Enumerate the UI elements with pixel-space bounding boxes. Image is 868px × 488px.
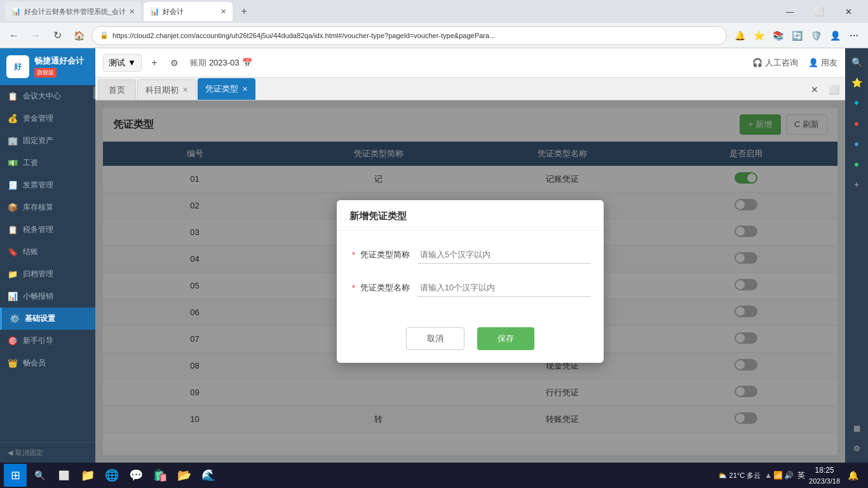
win-close[interactable]: ✕ <box>834 2 863 21</box>
right-btn-5[interactable]: ● <box>848 135 865 152</box>
tab-subject[interactable]: 科目期初 ✕ <box>137 79 196 100</box>
tab2-favicon: 📊 <box>150 7 159 16</box>
sidebar-item-invoice[interactable]: 🧾 发票管理 <box>0 174 95 196</box>
taskbar-wechat[interactable]: 💬 <box>125 464 147 487</box>
taskbar-right: ⛅ 21°C 多云 ▲ 📶 🔊 英 18:25 2023/3/18 🔔 <box>718 464 864 487</box>
archive-label: 归档管理 <box>23 269 53 280</box>
name-label: ＊ 凭证类型名称 <box>349 282 410 294</box>
abbr-input[interactable] <box>417 246 591 264</box>
taskbar-edge[interactable]: 🌊 <box>197 464 220 487</box>
tab-close-btn[interactable]: ✕ <box>806 81 824 98</box>
right-btn-2[interactable]: ⭐ <box>848 74 865 92</box>
nav-refresh[interactable]: ↻ <box>48 27 66 44</box>
funds-label: 资金管理 <box>23 113 53 124</box>
taskbar-explorer[interactable]: 📁 <box>76 464 99 487</box>
settlement-icon: 🔖 <box>8 247 18 257</box>
sidebar-item-assets[interactable]: 🏢 固定资产 <box>0 130 95 152</box>
right-bottom-btn-2[interactable]: ⚙ <box>848 440 865 458</box>
tab1-title: 好会计云财务软件管理系统_会计 <box>24 7 126 17</box>
report-icon: 📊 <box>8 292 18 301</box>
right-btn-6[interactable]: ● <box>848 155 865 173</box>
address-box[interactable]: 🔒 https://cloud2.chanjet.com/accounting/… <box>92 26 727 45</box>
period-label: 账期 <box>190 57 207 69</box>
sidebar-item-settlement[interactable]: 🔖 结账 <box>0 241 95 263</box>
tab1-close[interactable]: ✕ <box>129 8 135 16</box>
ext-btn-1[interactable]: 🔔 <box>731 27 749 44</box>
taskbar-files[interactable]: 📂 <box>173 464 196 487</box>
right-bottom-btn-1[interactable]: ▦ <box>848 419 865 437</box>
win-maximize[interactable]: ⬜ <box>804 2 834 21</box>
user-btn[interactable]: 👤 用友 <box>808 57 837 69</box>
content-area: 凭证类型 + 新增 C 刷新 编号 凭证类型简称 凭证类型名称 <box>95 100 845 463</box>
ext-btn-2[interactable]: ⭐ <box>750 27 768 44</box>
logo-text-group: 畅捷通好会计 旗舰版 <box>34 56 84 78</box>
sidebar-item-inventory[interactable]: 📦 库存核算 <box>0 196 95 219</box>
taskbar-notification-bell[interactable]: 🔔 <box>844 466 862 484</box>
save-button[interactable]: 保存 <box>477 327 534 350</box>
settlement-label: 结账 <box>23 247 38 257</box>
win-minimize[interactable]: — <box>775 2 804 21</box>
sidebar-scroll[interactable]: 📋 会议大中心 💰 资金管理 🏢 固定资产 💵 工资 🧾 发票管理 📦 <box>0 85 95 442</box>
taskbar-notifications[interactable]: ▲ 📶 🔊 <box>764 471 794 480</box>
taskbar-chrome[interactable]: 🌐 <box>100 464 123 487</box>
sidebar-collapse[interactable]: ◀ 取消固定 <box>0 442 95 463</box>
tab-expand-btn[interactable]: ⬜ <box>825 81 843 98</box>
voucher-type-tab-close[interactable]: ✕ <box>242 85 248 93</box>
browser-tab-inactive[interactable]: 📊 好会计云财务软件管理系统_会计 ✕ <box>5 2 141 21</box>
sidebar-item-report[interactable]: 📊 小畅报销 <box>0 285 95 308</box>
ext-btn-3[interactable]: 📚 <box>769 27 787 44</box>
nav-back[interactable]: ← <box>5 27 23 44</box>
sidebar-item-vip[interactable]: 👑 畅会员 <box>0 352 95 374</box>
user-name: 用友 <box>821 57 837 69</box>
help-btn[interactable]: 🎧 人工咨询 <box>752 57 798 69</box>
calendar-icon[interactable]: 📅 <box>242 58 252 67</box>
new-tab-button[interactable]: + <box>235 3 253 20</box>
sidebar-item-guide[interactable]: 🎯 新手引导 <box>0 330 95 352</box>
tax-label: 税务管理 <box>23 224 53 235</box>
subject-tab-close[interactable]: ✕ <box>182 86 188 94</box>
browser-tab-active[interactable]: 📊 好会计 ✕ <box>144 2 233 21</box>
sidebar-item-dashboard[interactable]: 📋 会议大中心 <box>0 85 95 107</box>
archive-icon: 📁 <box>8 269 18 279</box>
cancel-button[interactable]: 取消 <box>406 327 465 350</box>
weather-info: ⛅ 21°C 多云 <box>718 471 761 480</box>
content-tabs-bar: 首页 科目期初 ✕ 凭证类型 ✕ ✕ ⬜ <box>95 78 845 100</box>
abbr-field-row: ＊ 凭证类型简称 <box>349 246 591 264</box>
right-search-btn[interactable]: 🔍 <box>848 53 865 71</box>
start-button[interactable]: ⊞ <box>4 464 27 487</box>
logo-icon: 好 <box>6 55 29 78</box>
subject-tab-label: 科目期初 <box>146 85 179 96</box>
ext-btn-more[interactable]: ⋯ <box>845 27 863 44</box>
tab-home[interactable]: 首页 <box>98 79 136 100</box>
workspace-settings-btn[interactable]: ⚙ <box>167 55 182 71</box>
invoice-label: 发票管理 <box>23 180 53 191</box>
settings-icon: ⚙️ <box>10 314 20 323</box>
taskbar-view[interactable]: ⬜ <box>52 464 75 487</box>
right-btn-3[interactable]: ✦ <box>848 94 865 112</box>
sidebar-item-archive[interactable]: 📁 归档管理 <box>0 263 95 285</box>
right-btn-4[interactable]: ● <box>848 114 865 132</box>
ext-btn-4[interactable]: 🔄 <box>788 27 806 44</box>
logo-badge: 旗舰版 <box>34 68 57 78</box>
dialog-overlay: 新增凭证类型 ＊ 凭证类型简称 ＊ <box>95 100 845 463</box>
sidebar-item-tax[interactable]: 📋 税务管理 <box>0 219 95 241</box>
taskbar-store[interactable]: 🛍️ <box>149 464 172 487</box>
nav-forward[interactable]: → <box>27 27 44 44</box>
name-input[interactable] <box>417 279 591 297</box>
clock-time: 18:25 <box>809 464 840 476</box>
ext-btn-5[interactable]: 🛡️ <box>807 27 825 44</box>
taskbar-search[interactable]: 🔍 <box>28 464 51 487</box>
workspace-select[interactable]: 测试 ▼ <box>103 54 142 72</box>
tab2-close[interactable]: ✕ <box>220 8 226 16</box>
funds-icon: 💰 <box>8 114 18 123</box>
nav-home[interactable]: 🏠 <box>70 27 88 44</box>
clock-date: 2023/3/18 <box>809 476 840 487</box>
add-workspace-btn[interactable]: + <box>147 55 162 71</box>
sidebar-item-settings[interactable]: ⚙️ 基础设置 <box>0 308 95 330</box>
sidebar-item-salary[interactable]: 💵 工资 <box>0 152 95 174</box>
tab-voucher-type[interactable]: 凭证类型 ✕ <box>198 78 255 100</box>
sidebar-item-funds[interactable]: 💰 资金管理 <box>0 107 95 130</box>
right-btn-7[interactable]: + <box>848 175 865 193</box>
ext-btn-6[interactable]: 👤 <box>826 27 844 44</box>
app-main: 测试 ▼ + ⚙ 账期 2023-03 📅 🎧 人工咨询 👤 用友 <box>95 48 845 463</box>
